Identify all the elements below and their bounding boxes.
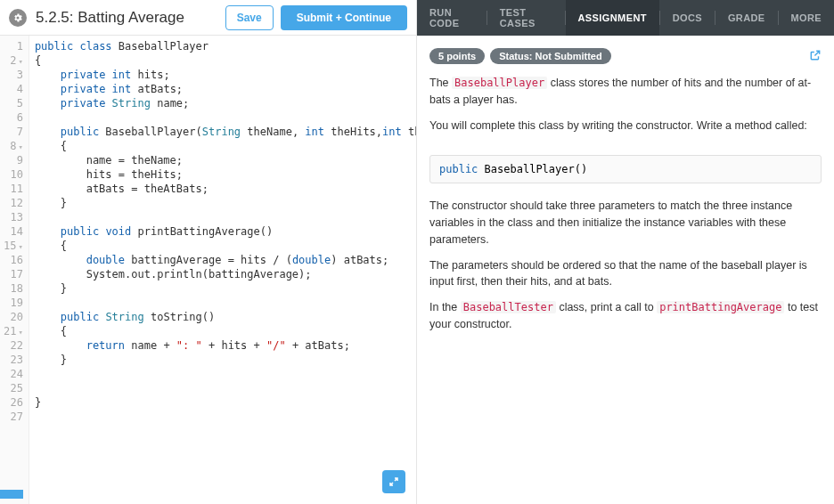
code-line[interactable]: } bbox=[35, 395, 416, 410]
line-number: 20 bbox=[4, 310, 23, 324]
code-line[interactable]: private int hits; bbox=[35, 68, 416, 82]
line-number: 27 bbox=[4, 410, 23, 424]
line-number: 24 bbox=[4, 367, 23, 381]
line-number: 4 bbox=[4, 82, 23, 96]
inline-code: printBattingAverage bbox=[657, 301, 784, 313]
text: The parameters should be ordered so that… bbox=[429, 257, 822, 291]
line-number: 5 bbox=[4, 96, 23, 110]
assignment-title: 5.2.5: Batting Average bbox=[36, 9, 218, 27]
code-line[interactable]: } bbox=[35, 353, 416, 367]
line-number-gutter: 1234567891011121314151617181920212223242… bbox=[0, 36, 29, 504]
gear-icon[interactable] bbox=[9, 9, 27, 27]
code-line[interactable]: { bbox=[35, 324, 416, 338]
nav-tab-assignment[interactable]: ASSIGNMENT bbox=[566, 0, 659, 36]
accent-stripe bbox=[0, 490, 23, 499]
line-number: 18 bbox=[4, 281, 23, 296]
nav-tab-run-code[interactable]: RUN CODE bbox=[417, 0, 487, 36]
code-line[interactable]: double battingAverage = hits / (double) … bbox=[35, 253, 416, 267]
expand-editor-button[interactable] bbox=[382, 470, 405, 493]
code-line[interactable]: hits = theHits; bbox=[35, 167, 416, 182]
text: You will complete this class by writing … bbox=[429, 118, 822, 134]
status-badge: Status: Not Submitted bbox=[490, 48, 611, 64]
external-link-icon[interactable] bbox=[809, 49, 822, 64]
nav-tab-docs[interactable]: DOCS bbox=[660, 0, 715, 36]
code-line[interactable]: public void printBattingAverage() bbox=[35, 224, 416, 239]
line-number: 8 bbox=[4, 139, 23, 153]
code-line[interactable]: { bbox=[35, 139, 416, 153]
text: In the bbox=[429, 301, 461, 313]
line-number: 13 bbox=[4, 210, 23, 224]
line-number: 21 bbox=[4, 324, 23, 338]
code-line[interactable]: atBats = theAtBats; bbox=[35, 182, 416, 196]
line-number: 7 bbox=[4, 125, 23, 139]
points-badge: 5 points bbox=[429, 48, 485, 64]
code-content[interactable]: public class BaseballPlayer{ private int… bbox=[29, 36, 416, 504]
code-editor[interactable]: 1234567891011121314151617181920212223242… bbox=[0, 36, 416, 504]
line-number: 3 bbox=[4, 68, 23, 82]
assignment-header: 5 points Status: Not Submitted bbox=[417, 36, 834, 69]
text: The bbox=[429, 77, 452, 89]
code-line[interactable] bbox=[35, 410, 416, 424]
assignment-description: The BaseballPlayer class stores the numb… bbox=[417, 69, 834, 148]
code-line[interactable]: public class BaseballPlayer bbox=[35, 39, 416, 53]
nav-tab-grade[interactable]: GRADE bbox=[715, 0, 778, 36]
assignment-description-cont: The constructor should take three parame… bbox=[417, 192, 834, 346]
code-line[interactable]: System.out.println(battingAverage); bbox=[35, 267, 416, 281]
nav-tab-test-cases[interactable]: TEST CASES bbox=[487, 0, 565, 36]
line-number: 11 bbox=[4, 182, 23, 196]
line-number: 12 bbox=[4, 196, 23, 210]
line-number: 6 bbox=[4, 110, 23, 125]
save-button[interactable]: Save bbox=[225, 5, 274, 30]
line-number: 10 bbox=[4, 167, 23, 182]
editor-toolbar: 5.2.5: Batting Average Save Submit + Con… bbox=[0, 0, 416, 36]
line-number: 2 bbox=[4, 53, 23, 68]
line-number: 17 bbox=[4, 267, 23, 281]
inline-code: BaseballPlayer bbox=[452, 77, 547, 89]
code-line[interactable]: return name + ": " + hits + "/" + atBats… bbox=[35, 338, 416, 353]
code-line[interactable]: private String name; bbox=[35, 96, 416, 110]
code-line[interactable]: { bbox=[35, 53, 416, 68]
code-line[interactable] bbox=[35, 367, 416, 381]
nav-tab-more[interactable]: MORE bbox=[778, 0, 834, 36]
line-number: 22 bbox=[4, 338, 23, 353]
code-line[interactable]: private int atBats; bbox=[35, 82, 416, 96]
right-pane-nav: RUN CODETEST CASESASSIGNMENTDOCSGRADEMOR… bbox=[417, 0, 834, 36]
line-number: 19 bbox=[4, 296, 23, 310]
code-line[interactable]: } bbox=[35, 196, 416, 210]
code-text: BaseballPlayer() bbox=[478, 163, 587, 175]
code-line[interactable] bbox=[35, 110, 416, 125]
code-line[interactable]: name = theName; bbox=[35, 153, 416, 167]
code-snippet-box: public BaseballPlayer() bbox=[429, 155, 822, 183]
line-number: 14 bbox=[4, 224, 23, 239]
line-number: 1 bbox=[4, 39, 23, 53]
line-number: 25 bbox=[4, 381, 23, 395]
text: class, print a call to bbox=[556, 301, 657, 313]
line-number: 16 bbox=[4, 253, 23, 267]
code-line[interactable]: public String toString() bbox=[35, 310, 416, 324]
code-line[interactable] bbox=[35, 296, 416, 310]
code-line[interactable]: public BaseballPlayer(String theName, in… bbox=[35, 125, 416, 139]
line-number: 9 bbox=[4, 153, 23, 167]
code-line[interactable] bbox=[35, 210, 416, 224]
line-number: 26 bbox=[4, 395, 23, 410]
text: The constructor should take three parame… bbox=[429, 198, 822, 248]
line-number: 23 bbox=[4, 353, 23, 367]
code-line[interactable]: } bbox=[35, 281, 416, 296]
code-keyword: public bbox=[439, 163, 478, 175]
submit-continue-button[interactable]: Submit + Continue bbox=[281, 5, 407, 30]
line-number: 15 bbox=[4, 239, 23, 253]
inline-code: BaseballTester bbox=[461, 301, 556, 313]
code-line[interactable] bbox=[35, 381, 416, 395]
code-line[interactable]: { bbox=[35, 239, 416, 253]
